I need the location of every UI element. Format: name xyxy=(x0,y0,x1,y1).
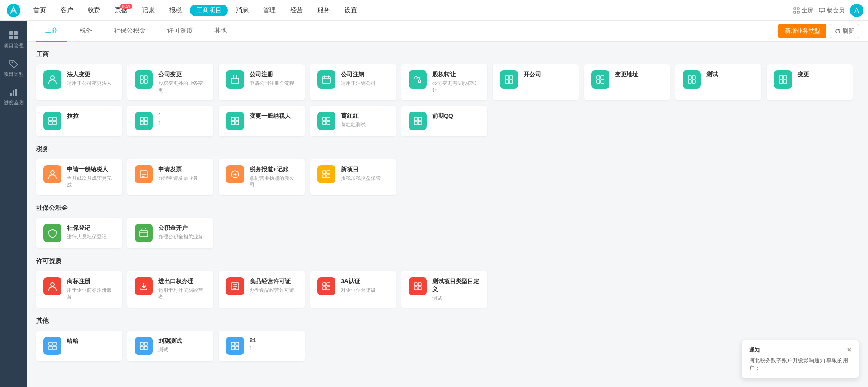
card-icon-haha xyxy=(43,337,61,355)
card-gongsibiangeng[interactable]: 公司变更 股权变更外的业务变更 xyxy=(127,64,213,100)
card-shangbiaozhuche[interactable]: 商标注册 用于企业商标注册服务 xyxy=(36,271,122,308)
logo[interactable] xyxy=(5,1,23,19)
card-shenqingnas[interactable]: 申请一般纳税人 当月或次月成变更完成 xyxy=(36,159,122,195)
new-type-button[interactable]: 新增业务类型 xyxy=(778,24,826,38)
card-icon-shangbiaozhuche xyxy=(43,277,61,295)
member-button[interactable]: 畅会员 xyxy=(819,6,844,14)
tab-other[interactable]: 其他 xyxy=(205,21,236,42)
card-ceshixiangmu[interactable]: 测试项目类型目定义 测试 xyxy=(401,271,487,308)
svg-rect-11 xyxy=(14,36,18,39)
card-guquanzhuanrang[interactable]: 股权转让 公司变更需要股权转让 xyxy=(401,64,487,100)
notify-title: 通知 xyxy=(749,346,760,354)
notify-text: 河北税务数字账户升级影响通知 尊敬的用户： xyxy=(749,357,851,372)
card-qianqiqq[interactable]: 前期QQ xyxy=(401,106,487,136)
nav-operation[interactable]: 经营 xyxy=(284,5,309,16)
card-faziren[interactable]: 法人变更 适用于公司变更法人 xyxy=(36,64,122,100)
nav-home[interactable]: 首页 xyxy=(27,5,52,16)
tab-shebao[interactable]: 社保公积金 xyxy=(105,21,155,42)
svg-rect-27 xyxy=(505,80,509,83)
nav-message[interactable]: 消息 xyxy=(230,5,255,16)
fullscreen-button[interactable]: 全屏 xyxy=(793,6,813,14)
card-shebaodengjis[interactable]: 社保登记 进行人员社保登记 xyxy=(36,218,122,248)
tab-gongshang[interactable]: 工商 xyxy=(36,21,67,42)
tab-xuke[interactable]: 许可资质 xyxy=(158,21,202,42)
svg-rect-33 xyxy=(688,76,691,79)
card-xinxiangmu[interactable]: 新项目 报税加税控盘保管 xyxy=(310,159,396,195)
svg-point-0 xyxy=(7,4,20,17)
card-21[interactable]: 21 1 xyxy=(219,331,305,361)
sidebar-item-project-manage[interactable]: 项目管理 xyxy=(0,25,27,54)
card-shenqingfapiao[interactable]: 申请发票 办理申请发票业务 xyxy=(127,159,213,195)
card-1[interactable]: 1 1 xyxy=(127,106,213,136)
svg-rect-35 xyxy=(688,80,691,83)
svg-rect-32 xyxy=(601,80,604,83)
svg-rect-8 xyxy=(9,31,13,35)
svg-rect-28 xyxy=(509,80,513,83)
card-biangengna税人[interactable]: 变更一般纳税人 xyxy=(219,106,305,136)
card-biangeng2[interactable]: 变更 xyxy=(767,64,853,100)
refresh-icon xyxy=(835,28,840,34)
svg-rect-4 xyxy=(797,11,799,13)
card-liucongceshi[interactable]: 刘聪测试 测试 xyxy=(127,331,213,361)
svg-rect-19 xyxy=(140,80,143,83)
card-jinchukou[interactable]: 进出口权办理 适用于对外贸易经营者 xyxy=(127,271,213,308)
card-icon-kaigongsi xyxy=(500,70,518,89)
svg-rect-42 xyxy=(53,117,56,121)
card-gehonghong[interactable]: 葛红红 葛红红测试 xyxy=(310,106,396,136)
svg-rect-81 xyxy=(49,346,52,350)
svg-rect-71 xyxy=(323,283,326,286)
sidebar-item-project-type[interactable]: 项目类型 xyxy=(0,54,27,82)
nav-manage[interactable]: 管理 xyxy=(257,5,282,16)
card-shipinjinying[interactable]: 食品经营许可证 办理食品经营许可证 xyxy=(219,271,305,308)
svg-rect-89 xyxy=(231,346,235,350)
card-icon-qianqiqq xyxy=(409,112,427,130)
nav-tax[interactable]: 报税 xyxy=(163,5,188,16)
nav-customer[interactable]: 客户 xyxy=(54,5,80,16)
card-taxjijia[interactable]: 税务报道+记账 拿到营业执照的新公司 xyxy=(219,159,305,195)
svg-rect-90 xyxy=(236,346,239,350)
card-gongsizhuche[interactable]: 公司注册 申请公司注册全流程 xyxy=(219,64,305,100)
refresh-button[interactable]: 刷新 xyxy=(830,24,859,38)
svg-rect-65 xyxy=(327,171,330,174)
card-ceshi1[interactable]: 测试 xyxy=(675,64,761,100)
card-icon-gongsizuxiao xyxy=(317,70,335,89)
sidebar-item-progress[interactable]: 进度监测 xyxy=(0,82,27,111)
nav-payment[interactable]: 收费 xyxy=(81,5,107,16)
svg-rect-36 xyxy=(692,80,695,83)
nav-business[interactable]: 工商项目 xyxy=(190,5,228,16)
svg-rect-20 xyxy=(144,80,147,83)
card-gongsizuxiao[interactable]: 公司注销 适用于注销公司 xyxy=(310,64,396,100)
svg-rect-43 xyxy=(49,121,52,125)
svg-rect-82 xyxy=(53,346,56,350)
nav-settings[interactable]: 设置 xyxy=(338,5,363,16)
svg-rect-85 xyxy=(140,346,143,350)
section-title-other: 其他 xyxy=(36,317,859,325)
svg-rect-78 xyxy=(418,287,421,290)
nav-accounting[interactable]: 记账 xyxy=(136,5,161,16)
card-haha[interactable]: 哈哈 xyxy=(36,331,122,361)
svg-rect-37 xyxy=(779,76,783,79)
sidebar-label-project-manage: 项目管理 xyxy=(4,42,24,49)
card-3arenzheng[interactable]: 3A认证 对企业信誉评级 xyxy=(310,271,396,308)
notify-close-button[interactable]: × xyxy=(847,346,851,354)
xuke-card-grid: 商标注册 用于企业商标注册服务 进出口权办理 适用于对外贸易经营者 xyxy=(36,271,859,308)
chart-icon xyxy=(8,87,19,98)
gongshang-card-grid: 法人变更 适用于公司变更法人 公司变更 股权变更外的业务变更 xyxy=(36,64,859,136)
card-lala[interactable]: 拉拉 xyxy=(36,106,122,136)
svg-rect-46 xyxy=(144,117,147,121)
card-gongjijinkaihu[interactable]: 公积金开户 办理公积金相关业务 xyxy=(127,218,213,248)
card-icon-taxjijia xyxy=(226,165,244,183)
avatar[interactable]: A xyxy=(850,4,863,17)
new-badge: new xyxy=(120,4,132,9)
content-area: 工商 税务 社保公积金 许可资质 其他 新增业务类型 刷新 工商 xyxy=(27,21,868,387)
card-kaigongsi[interactable]: 开公司 xyxy=(493,64,579,100)
notify-header: 通知 × xyxy=(749,346,851,354)
sidebar-label-project-type: 项目类型 xyxy=(4,71,24,78)
svg-rect-49 xyxy=(231,117,235,121)
nav-right: 全屏 畅会员 A xyxy=(793,4,863,17)
nav-ticket[interactable]: 票据 new xyxy=(108,5,134,16)
sidebar: 项目管理 项目类型 进度监测 xyxy=(0,21,27,387)
nav-service[interactable]: 服务 xyxy=(311,5,336,16)
card-biangengdizhi[interactable]: 变更地址 xyxy=(584,64,670,100)
tab-shuiwu[interactable]: 税务 xyxy=(71,21,101,42)
